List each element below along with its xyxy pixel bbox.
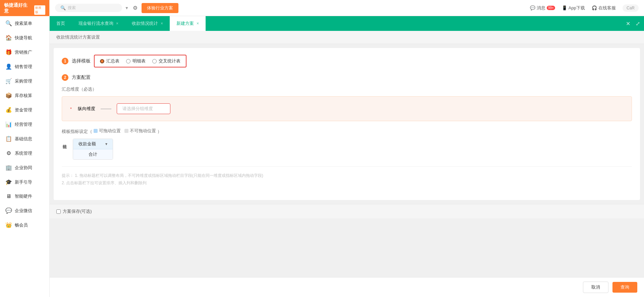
tip-line-2: 2. 点击标题栏下拉可设置排序、插入列和删除列 (62, 180, 632, 187)
tip-title: 提示： 1. 拖动标题栏可以调整布局，不可跨维度或指标区域拖动栏目字段(只能在同… (62, 172, 632, 180)
sidebar-logo-text: 畅捷通好生意 (4, 2, 32, 14)
search-icon: 🔍 (5, 20, 12, 27)
main-area: 🔍 搜索 ▼ ⚙ 体验行业方案 💬 消息 99+ 📱 App下载 🎧 在线客服 … (50, 0, 644, 297)
app-download-item[interactable]: 📱 App下载 (562, 5, 585, 11)
radio-detail[interactable]: 明细表 (126, 58, 146, 64)
sidebar-item-enterprise[interactable]: 🏢 企业协同 (0, 160, 49, 175)
tabbar: 首页 现金银行流水查询 × 收款情况统计 × 新建方案 × ✕ ⤢ (50, 16, 644, 31)
sidebar-item-label: 库存核算 (15, 93, 32, 99)
sidebar-item-member[interactable]: 👑 畅会员 (0, 218, 49, 232)
search-box[interactable]: 🔍 搜索 (55, 4, 122, 12)
tabbar-actions: ✕ ⤢ (625, 19, 644, 28)
subtotal-cell: 合计 (73, 149, 113, 159)
sidebar-item-quick-nav[interactable]: 🏠 快捷导航 (0, 31, 49, 45)
sidebar-item-label: 快捷导航 (15, 35, 32, 41)
tip-label: 提示： (62, 173, 74, 178)
dimension-area: * 纵向维度 —— 请选择分组维度 (62, 96, 632, 121)
sidebar-item-hardware[interactable]: 🖥 智能硬件 (0, 189, 49, 203)
crown-icon: 👑 (5, 222, 12, 228)
maximize-icon[interactable]: ⤢ (634, 19, 641, 28)
step2-title: 方案配置 (72, 75, 91, 81)
step2-number: 2 (62, 74, 68, 81)
sidebar-item-search-menu[interactable]: 🔍 搜索菜单 (0, 16, 49, 31)
radio-summary[interactable]: 汇总表 (100, 58, 119, 64)
save-checkbox-input[interactable] (56, 209, 61, 214)
form-card: 1 选择模板 汇总表 明细表 (54, 48, 640, 200)
sidebar-item-guide[interactable]: 🎓 新手引导 (0, 175, 49, 189)
tab-home[interactable]: 首页 (50, 16, 72, 31)
sidebar-item-finance[interactable]: 💰 资金管理 (0, 103, 49, 117)
service-item[interactable]: 🎧 在线客服 (592, 5, 616, 11)
close-icon[interactable]: × (161, 21, 163, 26)
row-dimension-label: 纵向维度 (78, 106, 95, 112)
sidebar-item-marketing[interactable]: 🎁 营销推广 (0, 45, 49, 59)
tab-new-plan-label: 新建方案 (176, 20, 194, 27)
download-icon: 📱 (562, 5, 567, 10)
home-icon: 🏠 (5, 35, 12, 41)
save-label: 方案保存(可选) (63, 208, 92, 214)
service-label: 在线客服 (598, 5, 616, 11)
service-icon: 🎧 (592, 5, 597, 10)
search-placeholder: 搜索 (68, 5, 76, 11)
radio-cross-input[interactable] (152, 59, 157, 63)
template-options: 汇总表 明细表 交叉统计表 (94, 55, 186, 67)
sidebar-item-label: 经营管理 (15, 121, 32, 128)
radio-cross-label: 交叉统计表 (159, 58, 180, 64)
user-name[interactable]: CaR (623, 4, 639, 12)
sidebar-item-label: 采购管理 (15, 78, 32, 84)
sidebar-item-sales[interactable]: 👤 销售管理 (0, 59, 49, 74)
sidebar-item-system[interactable]: ⚙ 系统管理 (0, 146, 49, 160)
search-icon: 🔍 (60, 5, 66, 10)
gift-icon: 🎁 (5, 49, 12, 55)
legend-movable: 可拖动位置 (94, 128, 121, 134)
hardware-icon: 🖥 (5, 193, 12, 199)
notification-item[interactable]: 💬 消息 99+ (530, 5, 555, 11)
radio-cross[interactable]: 交叉统计表 (152, 58, 180, 64)
dimension-row: * 纵向维度 —— 请选择分组维度 (70, 103, 624, 114)
tab-bank-flow[interactable]: 现金银行流水查询 × (72, 16, 125, 31)
close-icon[interactable]: × (116, 21, 118, 26)
close-icon[interactable]: × (197, 21, 199, 26)
required-mark: * (70, 106, 72, 111)
sidebar-item-purchase[interactable]: 🛒 采购管理 (0, 74, 49, 88)
query-button[interactable]: 查询 (612, 282, 637, 293)
close-window-icon[interactable]: ✕ (625, 19, 632, 28)
tip-line-1: 1. 拖动标题栏可以调整布局，不可跨维度或指标区域拖动栏目字段(只能在同一维度或… (75, 173, 263, 178)
radio-summary-input[interactable] (100, 59, 104, 63)
save-checkbox[interactable]: 方案保存(可选) (56, 208, 92, 214)
sidebar-item-inventory[interactable]: 📦 库存核算 (0, 88, 49, 103)
movable-dot (94, 129, 98, 133)
chevron-down-icon[interactable]: ▼ (125, 6, 129, 10)
arrow-icon: —— (101, 106, 111, 112)
cart-icon: 🛒 (5, 78, 12, 84)
sidebar-item-label: 畅会员 (15, 222, 28, 228)
notification-label: 消息 (537, 5, 545, 11)
sidebar-item-wechat[interactable]: 💬 企业微信 (0, 203, 49, 218)
tab-new-plan[interactable]: 新建方案 × (170, 16, 206, 31)
sidebar-item-basic-info[interactable]: 📋 基础信息 (0, 132, 49, 146)
app-download-label: App下载 (569, 5, 585, 11)
notification-icon: 💬 (530, 5, 535, 10)
sidebar-item-label: 销售管理 (15, 64, 32, 70)
tips-section: 提示： 1. 拖动标题栏可以调整布局，不可跨维度或指标区域拖动栏目字段(只能在同… (62, 166, 632, 187)
radio-summary-label: 汇总表 (106, 58, 119, 64)
topbar-left: 🔍 搜索 ▼ ⚙ 体验行业方案 (55, 3, 525, 13)
dimension-select[interactable]: 请选择分组维度 (117, 103, 170, 114)
step1-title: 选择模板 (72, 58, 91, 64)
radio-detail-label: 明细表 (132, 58, 146, 64)
guide-icon: 🎓 (5, 179, 12, 185)
clipboard-icon: 📋 (5, 136, 12, 142)
stats-category-label: 统计指标 (62, 139, 67, 144)
sidebar-item-operation[interactable]: 📊 经营管理 (0, 117, 49, 132)
cancel-button[interactable]: 取消 (583, 282, 608, 293)
stats-table-header: 收款金额 ▾ (73, 139, 113, 149)
chevron-down-icon[interactable]: ▾ (105, 142, 107, 146)
radio-detail-input[interactable] (126, 59, 130, 63)
step1-header: 1 选择模板 汇总表 明细表 (62, 55, 632, 67)
stats-table: 收款金额 ▾ 合计 (73, 139, 113, 160)
sidebar-logo-badge: 标准版 (34, 5, 45, 15)
trial-button[interactable]: 体验行业方案 (142, 3, 178, 13)
tab-home-label: 首页 (56, 20, 65, 27)
tab-receipt-stats[interactable]: 收款情况统计 × (125, 16, 170, 31)
settings-icon[interactable]: ⚙ (131, 3, 139, 12)
